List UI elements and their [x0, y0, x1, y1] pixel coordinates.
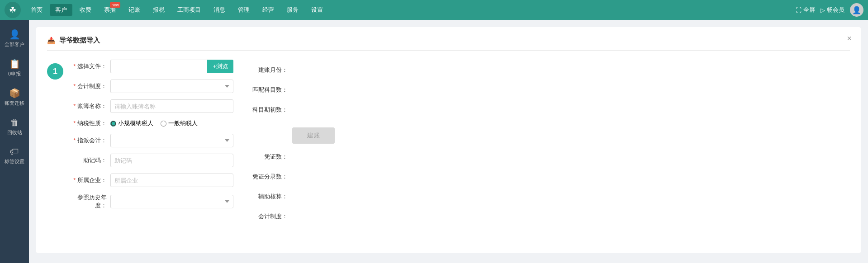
step-badge: 1 — [47, 63, 63, 80]
logo[interactable]: ☘ — [5, 2, 21, 18]
sidebar-item-all-customers[interactable]: 👤 全部客户 — [0, 24, 29, 52]
accounting-select[interactable] — [110, 80, 233, 93]
tax-general-radio[interactable] — [161, 121, 166, 127]
tax-small-label: 小规模纳税人 — [118, 119, 153, 127]
build-button[interactable]: 建账 — [292, 127, 335, 144]
layout: 👤 全部客户 📋 0申报 📦 账套迁移 🗑 回收站 🏷 标签设置 📥 导爷数据导… — [0, 20, 868, 263]
nav-invoice[interactable]: 票据 new — [99, 4, 121, 16]
fullscreen-btn[interactable]: ⛶ 全屏 — [796, 6, 815, 14]
panel-close-button[interactable]: × — [847, 34, 852, 42]
declaration-icon: 📋 — [9, 58, 20, 69]
info-panel: 建账月份： 匹配科目数： 科目期初数： 建账 — [247, 60, 850, 223]
ledger-label: 账簿名称： — [71, 102, 107, 110]
year-label: 参照历史年度： — [71, 193, 107, 210]
info-match-label: 匹配科目数： — [247, 86, 288, 94]
panel-title-icon: 📥 — [47, 37, 56, 45]
tax-radio-group: 小规模纳税人 一般纳税人 — [110, 119, 198, 127]
info-accounting-system-row: 会计制度： — [247, 210, 850, 223]
memo-row: 助记码： — [71, 154, 233, 167]
nav-bookkeeping[interactable]: 记账 — [123, 4, 146, 16]
sidebar: 👤 全部客户 📋 0申报 📦 账套迁移 🗑 回收站 🏷 标签设置 — [0, 20, 29, 263]
form-body: 1 选择文件： +浏览 会计制度： — [47, 60, 850, 223]
tax-small[interactable]: 小规模纳税人 — [110, 119, 153, 127]
panel-title: 导爷数据导入 — [59, 36, 100, 45]
top-nav: ☘ 首页 客户 收费 票据 new 记账 报税 工商项目 消息 管理 经营 服务… — [0, 0, 868, 20]
company-input[interactable] — [110, 174, 233, 187]
info-voucher-entries-label: 凭证分录数： — [247, 173, 288, 181]
year-row: 参照历史年度： — [71, 193, 233, 210]
info-month-label: 建账月份： — [247, 66, 288, 74]
sidebar-item-declaration[interactable]: 📋 0申报 — [0, 54, 29, 81]
year-select[interactable] — [110, 195, 233, 208]
accountant-label: 指派会计： — [71, 136, 107, 145]
info-aux-row: 辅助核算： — [247, 190, 850, 203]
migration-icon: 📦 — [9, 88, 20, 99]
info-init-row: 科目期初数： — [247, 103, 850, 117]
nav-home[interactable]: 首页 — [25, 4, 48, 16]
info-match-row: 匹配科目数： — [247, 83, 850, 97]
info-aux-label: 辅助核算： — [247, 193, 288, 201]
info-month-row: 建账月份： — [247, 63, 850, 77]
info-voucher-entries-row: 凭证分录数： — [247, 170, 850, 183]
all-customers-icon: 👤 — [9, 29, 20, 40]
main-content: 📥 导爷数据导入 × 1 选择文件： +浏览 — [29, 20, 868, 263]
sidebar-item-migration[interactable]: 📦 账套迁移 — [0, 83, 29, 111]
file-input[interactable] — [110, 60, 207, 73]
logo-icon: ☘ — [9, 5, 16, 15]
accounting-row: 会计制度： — [71, 80, 233, 93]
nav-items: 首页 客户 收费 票据 new 记账 报税 工商项目 消息 管理 经营 服务 设… — [25, 4, 796, 16]
sidebar-item-label-trash: 回收站 — [7, 130, 22, 136]
tax-small-radio[interactable] — [110, 121, 116, 127]
vip-btn[interactable]: ▷ 畅会员 — [821, 6, 844, 14]
file-label: 选择文件： — [71, 62, 107, 70]
info-accounting-system-label: 会计制度： — [247, 212, 288, 221]
nav-settings[interactable]: 设置 — [306, 4, 328, 16]
nav-right: ⛶ 全屏 ▷ 畅会员 👤 — [796, 3, 863, 17]
ledger-row: 账簿名称： — [71, 99, 233, 113]
fullscreen-label: 全屏 — [803, 6, 815, 14]
trash-icon: 🗑 — [10, 117, 19, 128]
avatar[interactable]: 👤 — [850, 3, 863, 17]
sidebar-item-tags[interactable]: 🏷 标签设置 — [0, 142, 29, 169]
form-fields: 选择文件： +浏览 会计制度： — [71, 60, 233, 210]
nav-service[interactable]: 服务 — [281, 4, 304, 16]
form-left: 1 选择文件： +浏览 会计制度： — [47, 60, 233, 223]
nav-operation[interactable]: 经营 — [257, 4, 280, 16]
sidebar-item-trash[interactable]: 🗑 回收站 — [0, 113, 29, 140]
panel: 📥 导爷数据导入 × 1 选择文件： +浏览 — [36, 27, 861, 253]
accounting-label: 会计制度： — [71, 82, 107, 90]
tax-row: 纳税性质： 小规模纳税人 一般纳税人 — [71, 119, 233, 127]
sidebar-item-label-all-customers: 全部客户 — [5, 42, 24, 47]
nav-management[interactable]: 管理 — [232, 4, 255, 16]
panel-header: 📥 导爷数据导入 — [47, 36, 850, 51]
nav-message[interactable]: 消息 — [208, 4, 231, 16]
vip-icon: ▷ — [821, 7, 825, 14]
accountant-select[interactable] — [110, 134, 233, 147]
sidebar-item-label-declaration: 0申报 — [8, 71, 21, 77]
info-voucher-label: 凭证数： — [247, 153, 288, 161]
file-row: 选择文件： +浏览 — [71, 60, 233, 73]
memo-input[interactable] — [110, 154, 233, 167]
info-init-label: 科目期初数： — [247, 106, 288, 114]
info-voucher-row: 凭证数： — [247, 150, 850, 164]
accountant-row: 指派会计： — [71, 134, 233, 147]
tax-label: 纳税性质： — [71, 119, 107, 127]
vip-label: 畅会员 — [827, 6, 844, 14]
sidebar-item-label-tags: 标签设置 — [5, 159, 24, 164]
tax-general[interactable]: 一般纳税人 — [161, 119, 198, 127]
company-row: 所属企业： — [71, 174, 233, 187]
nav-customer[interactable]: 客户 — [50, 4, 72, 16]
fullscreen-icon: ⛶ — [796, 7, 802, 14]
memo-label: 助记码： — [71, 156, 107, 164]
nav-business[interactable]: 工商项目 — [172, 4, 206, 16]
browse-button[interactable]: +浏览 — [207, 60, 233, 73]
sidebar-item-label-migration: 账套迁移 — [5, 100, 24, 106]
tax-general-label: 一般纳税人 — [168, 119, 198, 127]
nav-fee[interactable]: 收费 — [74, 4, 97, 16]
new-badge: new — [110, 2, 120, 8]
nav-tax[interactable]: 报税 — [147, 4, 170, 16]
ledger-input[interactable] — [110, 99, 233, 113]
company-label: 所属企业： — [71, 176, 107, 184]
file-input-wrap: +浏览 — [110, 60, 233, 73]
tags-icon: 🏷 — [10, 146, 19, 157]
